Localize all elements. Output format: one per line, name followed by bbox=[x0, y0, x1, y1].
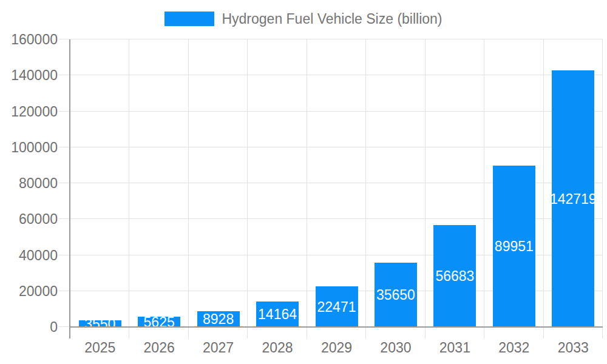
x-tick-label: 2028 bbox=[248, 340, 307, 356]
x-tick-label: 2030 bbox=[366, 340, 425, 356]
bar-value-label: 35650 bbox=[350, 286, 441, 303]
x-tick-label: 2031 bbox=[426, 340, 484, 356]
bar-value-label: 142719 bbox=[527, 190, 607, 207]
x-tick-label: 2027 bbox=[189, 340, 248, 356]
legend-swatch bbox=[164, 12, 214, 26]
hydrogen-fuel-vehicle-bar-chart: Hydrogen Fuel Vehicle Size (billion) 020… bbox=[0, 0, 607, 364]
x-tick-label: 2033 bbox=[544, 340, 603, 356]
x-tick-label: 2029 bbox=[307, 340, 366, 356]
bar-value-label: 56683 bbox=[409, 268, 500, 285]
chart-legend[interactable]: Hydrogen Fuel Vehicle Size (billion) bbox=[0, 10, 607, 27]
x-axis-line bbox=[69, 326, 603, 328]
x-tick-label: 2025 bbox=[70, 340, 129, 356]
bar-value-label: 89951 bbox=[469, 238, 560, 255]
x-tick-label: 2032 bbox=[484, 340, 543, 356]
plot-area: 3550562589281416422471356505668389951142… bbox=[0, 39, 607, 327]
x-tick-label: 2026 bbox=[129, 340, 188, 356]
legend-label: Hydrogen Fuel Vehicle Size (billion) bbox=[222, 10, 442, 27]
